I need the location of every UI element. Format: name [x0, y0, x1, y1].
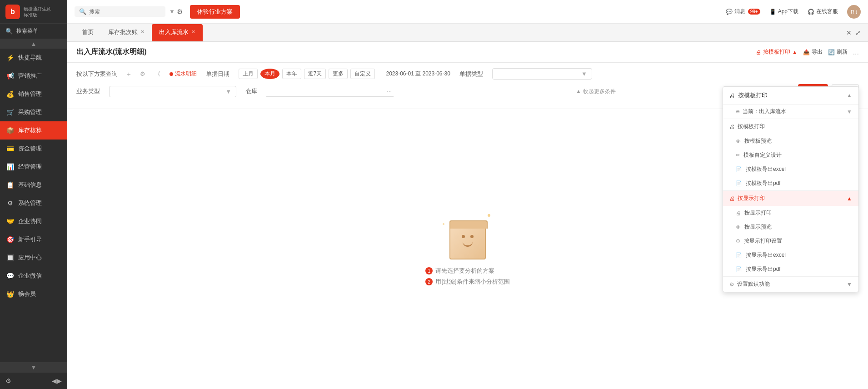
- sidebar-item-quick-nav[interactable]: ⚡ 快捷导航: [0, 49, 67, 67]
- filter-add-btn[interactable]: +: [127, 70, 131, 78]
- logo-icon: b: [5, 5, 20, 19]
- filter-settings-btn[interactable]: ⚙: [140, 70, 145, 77]
- sidebar-item-operation[interactable]: 📊 经营管理: [0, 158, 67, 176]
- display-preview-icon: 👁: [736, 224, 741, 230]
- dp-display-preview[interactable]: 👁 按显示预览: [723, 220, 858, 234]
- topbar-search-input[interactable]: [89, 9, 157, 15]
- sidebar-item-label: 销售管理: [18, 90, 42, 98]
- sidebar-item-finance[interactable]: 💳 资金管理: [0, 140, 67, 158]
- dp-title-icon: 🖨: [729, 92, 735, 99]
- tab-batch-account[interactable]: 库存批次账 ✕: [101, 24, 152, 41]
- settings-icon[interactable]: ⚙: [5, 377, 11, 384]
- display-export-excel-label: 按显示导出excel: [746, 251, 786, 259]
- display-print-settings-label: 按显示打印设置: [744, 237, 782, 245]
- warehouse-select[interactable]: ···: [266, 86, 394, 97]
- date-btn-more[interactable]: 更多: [329, 69, 348, 79]
- sidebar-item-guide[interactable]: 🎯 新手引导: [0, 230, 67, 249]
- dp-display-export-pdf[interactable]: 📄 按显示导出pdf: [723, 262, 858, 276]
- dp-template-export-pdf[interactable]: 📄 按模板导出pdf: [723, 176, 858, 190]
- biz-type-select[interactable]: ▼: [109, 86, 236, 97]
- display-print-settings-icon: ⚙: [736, 238, 740, 244]
- date-btn-custom[interactable]: 自定义: [350, 69, 375, 79]
- sidebar-item-membership[interactable]: 👑 畅会员: [0, 285, 67, 303]
- dp-footer[interactable]: ⚙ 设置默认功能 ▼: [723, 277, 858, 292]
- finance-icon: 💳: [5, 145, 15, 152]
- dp-template-export-excel[interactable]: 📄 按模板导出excel: [723, 162, 858, 176]
- topbar-gear-icon[interactable]: ⚙: [177, 8, 183, 16]
- more-btn[interactable]: ...: [853, 48, 859, 56]
- inventory-icon: 📦: [5, 127, 15, 134]
- date-filter-label: 单据日期: [206, 70, 229, 78]
- dp-collapse-arrow[interactable]: ▲: [847, 92, 852, 99]
- sidebar-search[interactable]: 🔍 搜索菜单: [0, 24, 67, 39]
- print-template-btn[interactable]: 🖨 按模板打印 ▲: [756, 48, 798, 56]
- sidebar-item-sales[interactable]: 💰 销售管理: [0, 85, 67, 103]
- dp-display-export-excel[interactable]: 📄 按显示导出excel: [723, 248, 858, 262]
- date-btn-7days[interactable]: 近7天: [304, 69, 326, 79]
- sidebar-item-app-center[interactable]: 🔲 应用中心: [0, 249, 67, 267]
- left-eye: [462, 235, 465, 238]
- sidebar-item-label: 快捷导航: [18, 54, 42, 62]
- dp-template-custom[interactable]: ✏ 模板自定义设计: [723, 148, 858, 162]
- refresh-btn[interactable]: 🔄 刷新: [828, 48, 848, 56]
- display-section-arrow: ▲: [847, 195, 852, 202]
- bill-type-arrow: ▼: [581, 70, 587, 77]
- box-body: [449, 227, 486, 259]
- message-group[interactable]: 💬 消息 99+: [726, 8, 760, 15]
- sidebar-item-basic[interactable]: 📋 基础信息: [0, 176, 67, 194]
- dp-section-display-header[interactable]: 🖨 按显示打印 ▲: [723, 191, 858, 206]
- date-btn-this-year[interactable]: 本年: [282, 69, 301, 79]
- dp-display-print[interactable]: 🖨 按显示打印: [723, 206, 858, 220]
- dp-template-preview[interactable]: 👁 按模板预览: [723, 134, 858, 148]
- collapse-sidebar-icon[interactable]: ◀▶: [52, 377, 62, 384]
- message-icon: 💬: [726, 9, 733, 15]
- date-btn-this-month[interactable]: 本月: [260, 69, 279, 79]
- biz-type-arrow: ▼: [225, 88, 231, 95]
- dp-display-print-settings[interactable]: ⚙ 按显示打印设置: [723, 234, 858, 248]
- trial-button[interactable]: 体验行业方案: [190, 5, 240, 19]
- user-avatar[interactable]: Rit: [847, 5, 861, 19]
- sidebar-item-system[interactable]: ⚙ 系统管理: [0, 194, 67, 212]
- tab-expand-icon[interactable]: ⤢: [855, 29, 861, 36]
- sidebar-item-purchase[interactable]: 🛒 采购管理: [0, 103, 67, 121]
- tab-inout-flow[interactable]: 出入库流水 ✕: [152, 24, 203, 41]
- online-service-group[interactable]: 🎧 在线客服: [808, 8, 838, 15]
- app-download-group[interactable]: 📱 App下载: [769, 8, 798, 15]
- display-pdf-icon: 📄: [736, 266, 742, 272]
- tabbar: 首页 库存批次账 ✕ 出入库流水 ✕ ✕ ⤢: [67, 24, 868, 42]
- display-excel-icon: 📄: [736, 252, 742, 258]
- sidebar-item-marketing[interactable]: 📢 营销推广: [0, 67, 67, 85]
- tab-inout-flow-close[interactable]: ✕: [191, 29, 195, 35]
- export-icon: 📤: [803, 49, 810, 55]
- dp-section-template: 🖨 按模板打印 👁 按模板预览 ✏ 模板自定义设计 📄 按模板导出excel: [723, 119, 858, 191]
- hint-1-num: 1: [425, 267, 433, 274]
- sidebar-item-enterprise-wechat[interactable]: 💬 企业微信: [0, 267, 67, 285]
- tab-close-all-icon[interactable]: ✕: [846, 29, 852, 36]
- app-download-icon: 📱: [769, 9, 776, 15]
- enterprise-wechat-icon: 💬: [5, 272, 15, 279]
- topbar-dropdown-arrow[interactable]: ▼: [169, 8, 175, 15]
- sidebar-item-cooperation[interactable]: 🤝 企业协同: [0, 212, 67, 230]
- online-service-label: 在线客服: [816, 8, 838, 15]
- tab-home[interactable]: 首页: [75, 24, 101, 41]
- sidebar-item-label: 系统管理: [18, 199, 42, 207]
- bill-type-select[interactable]: ▼: [492, 68, 592, 80]
- dp-current-arrow: ▼: [847, 109, 852, 115]
- dp-section-template-header[interactable]: 🖨 按模板打印: [723, 119, 858, 134]
- template-section-label: 按模板打印: [738, 123, 765, 130]
- page-title: 出入库流水(流水明细): [76, 47, 147, 62]
- filter-expand-btn[interactable]: 《: [155, 70, 160, 78]
- sidebar-scroll-up[interactable]: ▲: [0, 39, 67, 49]
- tab-batch-account-label: 库存批次账: [108, 28, 138, 36]
- tab-batch-account-close[interactable]: ✕: [140, 29, 145, 35]
- hint-1-text: 请先选择要分析的方案: [435, 267, 494, 275]
- date-btn-last-month[interactable]: 上月: [239, 69, 258, 79]
- dp-current-selection[interactable]: ⊕ 当前：出入库流水 ▼: [723, 105, 858, 119]
- export-btn[interactable]: 📤 导出: [803, 48, 823, 56]
- template-preview-icon: 👁: [736, 139, 741, 144]
- collapse-btn[interactable]: ▲ 收起更多条件: [576, 88, 616, 95]
- topbar-search-box[interactable]: 🔍: [75, 6, 165, 17]
- sidebar-item-inventory[interactable]: 📦 库存核算: [0, 121, 67, 140]
- dp-header-left: 🖨 按模板打印: [729, 91, 768, 100]
- sidebar-scroll-down[interactable]: ▼: [0, 362, 67, 372]
